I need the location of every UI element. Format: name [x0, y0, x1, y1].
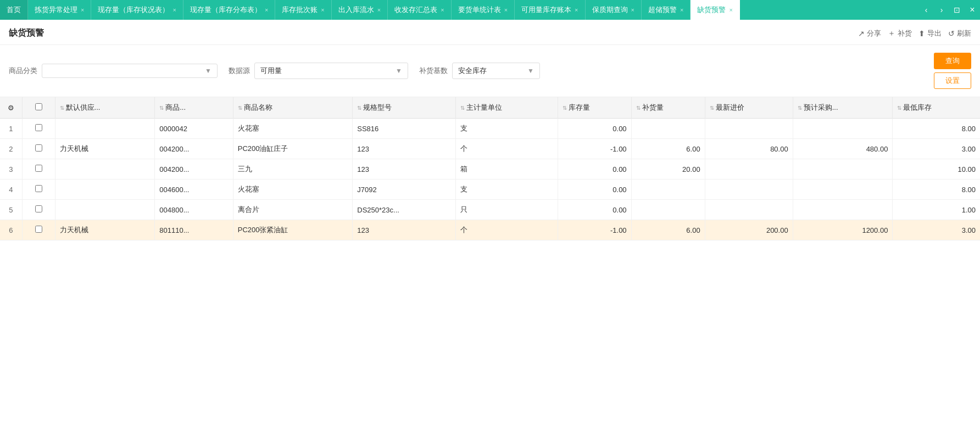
unit-column-header[interactable]: ⇅主计量单位 — [455, 97, 558, 119]
nav-tab-3[interactable]: 现存量（库存分布表）× — [183, 0, 275, 20]
row-stock-0: 0.00 — [558, 119, 631, 139]
filter-row: 商品分类 ▼ 数据源 可用量 ▼ 补货基数 安全库存 ▼ 查询 设置 — [0, 45, 980, 97]
select-all-checkbox[interactable] — [35, 103, 42, 110]
row-product-code-1: 004200... — [155, 139, 233, 159]
nav-arrows: ‹ › ⊡ × — [918, 0, 980, 20]
category-label: 商品分类 — [9, 66, 37, 76]
row-supplier-0 — [55, 119, 155, 139]
data-table: ⚙ ⇅默认供应... ⇅商品... ⇅商品名称 ⇅规格型号 ⇅主计量单位 ⇅库存… — [0, 97, 980, 240]
tab-close-icon-1[interactable]: × — [81, 7, 84, 13]
product-name-column-header[interactable]: ⇅商品名称 — [233, 97, 353, 119]
row-checkbox-0[interactable] — [35, 124, 42, 131]
window-close-button[interactable]: × — [965, 0, 980, 20]
est-purchase-column-header[interactable]: ⇅预计采购... — [793, 97, 893, 119]
filter-group-datasource: 数据源 可用量 ▼ — [229, 63, 408, 79]
supplier-column-header[interactable]: ⇅默认供应... — [55, 97, 155, 119]
table-header-row: ⚙ ⇅默认供应... ⇅商品... ⇅商品名称 ⇅规格型号 ⇅主计量单位 ⇅库存… — [0, 97, 980, 119]
spec-column-header[interactable]: ⇅规格型号 — [353, 97, 455, 119]
category-arrow-icon: ▼ — [205, 67, 211, 75]
nav-tab-10[interactable]: 超储预警× — [642, 0, 691, 20]
row-checkbox-4[interactable] — [35, 205, 42, 212]
row-min-stock-3: 8.00 — [893, 180, 980, 200]
row-latest-price-1: 80.00 — [705, 139, 793, 159]
row-latest-price-5: 200.00 — [705, 220, 793, 240]
row-supplier-4 — [55, 200, 155, 220]
row-checkbox-2[interactable] — [35, 165, 42, 172]
min-stock-column-header[interactable]: ⇅最低库存 — [893, 97, 980, 119]
row-supplier-1: 力天机械 — [55, 139, 155, 159]
row-est-purchase-2 — [793, 159, 893, 180]
row-replenish-qty-5: 6.00 — [631, 220, 705, 240]
share-label: 分享 — [867, 29, 881, 38]
row-spec-5: 123 — [353, 220, 455, 240]
row-checkbox-cell-5 — [22, 220, 55, 240]
tab-close-icon-11[interactable]: × — [729, 7, 732, 13]
nav-tab-7[interactable]: 要货单统计表× — [452, 0, 515, 20]
tab-close-icon-9[interactable]: × — [631, 7, 634, 13]
latest-price-column-header[interactable]: ⇅最新进价 — [705, 97, 793, 119]
row-checkbox-cell-2 — [22, 159, 55, 180]
row-supplier-2 — [55, 159, 155, 180]
replenish-qty-column-header[interactable]: ⇅补货量 — [631, 97, 705, 119]
row-num-5: 6 — [0, 220, 22, 240]
query-button[interactable]: 查询 — [934, 53, 971, 69]
nav-tab-4[interactable]: 库存批次账× — [275, 0, 331, 20]
row-num-4: 5 — [0, 200, 22, 220]
datasource-select[interactable]: 可用量 ▼ — [254, 63, 408, 79]
row-spec-4: DS250*23c... — [353, 200, 455, 220]
nav-tab-11[interactable]: 缺货预警× — [691, 0, 739, 20]
share-button[interactable]: ↗ 分享 — [858, 29, 881, 38]
row-checkbox-cell-3 — [22, 180, 55, 200]
nav-tab-9[interactable]: 保质期查询× — [586, 0, 642, 20]
row-product-code-5: 801110... — [155, 220, 233, 240]
replenish-button[interactable]: ＋ 补货 — [888, 29, 912, 38]
gear-column-header[interactable]: ⚙ — [0, 97, 22, 119]
row-checkbox-1[interactable] — [35, 144, 42, 152]
tab-close-icon-7[interactable]: × — [504, 7, 508, 13]
row-checkbox-5[interactable] — [35, 226, 42, 233]
tab-close-icon-2[interactable]: × — [172, 7, 176, 13]
row-checkbox-3[interactable] — [35, 185, 42, 192]
tab-close-icon-10[interactable]: × — [680, 7, 683, 13]
nav-tab-1[interactable]: 拣货异常处理× — [28, 0, 91, 20]
row-replenish-qty-2: 20.00 — [631, 159, 705, 180]
nav-tab-5[interactable]: 出入库流水× — [332, 0, 388, 20]
table-row: 5 004800... 离合片 DS250*23c... 只 0.00 1.00 — [0, 200, 980, 220]
replenish-select[interactable]: 安全库存 ▼ — [452, 63, 540, 79]
row-supplier-5: 力天机械 — [55, 220, 155, 240]
row-product-name-2: 三九 — [233, 159, 353, 180]
row-stock-3: 0.00 — [558, 180, 631, 200]
refresh-label: 刷新 — [957, 29, 971, 38]
nav-arrow-right[interactable]: › — [934, 0, 949, 20]
tab-close-icon-4[interactable]: × — [321, 7, 324, 13]
product-code-column-header[interactable]: ⇅商品... — [155, 97, 233, 119]
nav-tab-0[interactable]: 首页 — [0, 0, 28, 20]
tab-close-icon-6[interactable]: × — [441, 7, 444, 13]
row-est-purchase-1: 480.00 — [793, 139, 893, 159]
nav-tab-6[interactable]: 收发存汇总表× — [388, 0, 451, 20]
tab-close-icon-3[interactable]: × — [265, 7, 268, 13]
row-checkbox-cell-4 — [22, 200, 55, 220]
row-checkbox-cell-0 — [22, 119, 55, 139]
row-replenish-qty-3 — [631, 180, 705, 200]
window-restore-button[interactable]: ⊡ — [949, 0, 965, 20]
row-unit-3: 支 — [455, 180, 558, 200]
settings-button[interactable]: 设置 — [934, 72, 971, 89]
row-unit-4: 只 — [455, 200, 558, 220]
nav-arrow-left[interactable]: ‹ — [918, 0, 934, 20]
category-select[interactable]: ▼ — [42, 64, 218, 78]
table-body: 1 0000042 火花塞 SS816 支 0.00 8.00 2 力天机械 0… — [0, 119, 980, 240]
replenish-arrow-icon: ▼ — [527, 67, 534, 75]
refresh-button[interactable]: ↺ 刷新 — [948, 29, 971, 38]
tab-close-icon-8[interactable]: × — [575, 7, 578, 13]
stock-column-header[interactable]: ⇅库存量 — [558, 97, 631, 119]
header-actions: ↗ 分享 ＋ 补货 ⬆ 导出 ↺ 刷新 — [858, 29, 971, 38]
row-stock-1: -1.00 — [558, 139, 631, 159]
nav-tab-8[interactable]: 可用量库存账本× — [515, 0, 585, 20]
row-num-3: 4 — [0, 180, 22, 200]
export-button[interactable]: ⬆ 导出 — [918, 29, 942, 38]
datasource-label: 数据源 — [229, 66, 250, 76]
row-stock-5: -1.00 — [558, 220, 631, 240]
nav-tab-2[interactable]: 现存量（库存状况表）× — [91, 0, 183, 20]
tab-close-icon-5[interactable]: × — [377, 7, 381, 13]
